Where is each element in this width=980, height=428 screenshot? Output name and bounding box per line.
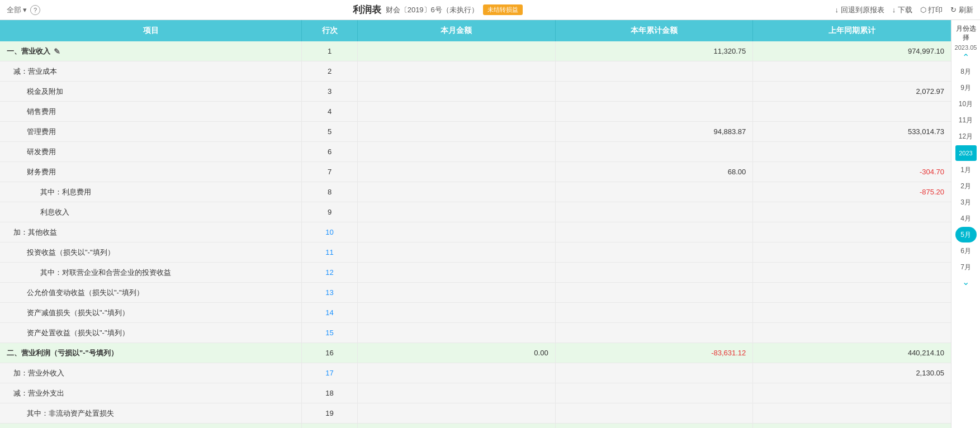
last-year-val: -875.20 [753,182,951,202]
month-item[interactable]: 1月 [955,162,977,178]
month-item[interactable]: 11月 [955,112,977,128]
back-button[interactable]: ↓ 回退到原报表 [835,5,884,15]
row-name: 研发费用 [0,142,302,161]
current-year-val [556,323,754,343]
top-bar-right: ↓ 回退到原报表 ↓ 下载 ⬡ 打印 ↻ 刷新 [835,5,974,15]
month-item[interactable]: 10月 [955,96,977,112]
month-item[interactable]: 2023 [955,145,977,161]
current-month-val [358,122,556,141]
current-month-val [358,283,556,302]
row-name: 公允价值变动收益（损失以"-"填列） [0,283,302,302]
month-item[interactable]: 12月 [955,129,977,144]
row-name: 销售费用 [0,102,302,121]
row-num: 13 [302,283,358,302]
current-month-val [358,242,556,262]
current-year-val [556,102,754,121]
col-header-name: 项目 [0,20,302,41]
current-year-val [556,61,754,81]
table-row: 财务费用768.00-304.70 [0,162,951,182]
row-num: 1 [302,41,358,61]
edit-icon[interactable]: ✎ [54,47,60,56]
row-name: 加：营业外收入 [0,363,302,383]
table-body: 一、营业收入✎111,320.75974,997.10减：营业成本2税金及附加3… [0,41,951,428]
table-row: 资产处置收益（损失以"-"填列）15 [0,323,951,343]
last-year-val: 2,130.05 [753,363,951,383]
current-month-val [358,182,556,202]
current-month-val [358,303,556,322]
row-num: 2 [302,61,358,81]
sidebar-months: 月份选择 2023.05 ⌃ 8月9月10月11月12月20231月2月3月4月… [951,20,980,428]
month-item[interactable]: 8月 [955,64,977,79]
sidebar-year: 2023.05 [955,44,977,51]
content-area: 项目 行次 本月金额 本年累计金额 上年同期累计 一、营业收入✎111,320.… [0,20,951,428]
month-item[interactable]: 7月 [955,259,977,275]
last-year-val [753,403,951,423]
print-button[interactable]: ⬡ 打印 [920,5,943,15]
current-month-val [358,61,556,81]
top-bar: 全部 ▾ ? 利润表 财会〔2019〕6号（未执行） 未结转损益 ↓ 回退到原报… [0,0,980,20]
last-year-val: 533,014.73 [753,122,951,141]
current-year-val [556,142,754,161]
row-num: 15 [302,323,358,343]
table-row: 税金及附加32,072.97 [0,82,951,102]
row-num: 14 [302,303,358,322]
row-name: 加：其他收益 [0,222,302,242]
refresh-button[interactable]: ↻ 刷新 [950,5,973,15]
col-header-current-month: 本月金额 [358,20,556,41]
current-month-val [358,102,556,121]
current-month-val [358,162,556,182]
row-name: 其中：非流动资产处置损失 [0,403,302,423]
col-header-current-year: 本年累计金额 [556,20,754,41]
top-bar-center: 利润表 财会〔2019〕6号（未执行） 未结转损益 [40,3,835,16]
last-year-val [753,102,951,121]
table-row: 一、营业收入✎111,320.75974,997.10 [0,41,951,61]
row-name: 其中：利息费用 [0,182,302,202]
table-row: 研发费用6 [0,142,951,162]
current-year-val: 68.00 [556,162,754,182]
scroll-up-button[interactable]: ⌃ [955,51,977,63]
month-item[interactable]: 2月 [955,178,977,194]
last-year-val [753,142,951,161]
table-row: 投资收益（损失以"-"填列）11 [0,242,951,263]
scroll-down-button[interactable]: ⌄ [955,275,977,288]
row-name: 财务费用 [0,162,302,182]
row-name: 减：营业外支出 [0,383,302,403]
month-item-active[interactable]: 5月 [955,227,977,242]
month-item[interactable]: 3月 [955,194,977,210]
download-button[interactable]: ↓ 下载 [892,5,912,15]
current-year-val [556,383,754,403]
last-year-val: 974,997.10 [753,41,951,61]
table-row: 利息收入9 [0,202,951,222]
current-year-val [556,263,754,282]
row-name: 二、营业利润（亏损以"-"号填列） [0,343,302,363]
current-month-val: 0.00 [358,343,556,363]
last-year-val [753,242,951,262]
last-year-val: -304.70 [753,162,951,182]
row-num: 17 [302,363,358,383]
row-num: 3 [302,82,358,101]
row-name: 其中：对联营企业和合营企业的投资收益 [0,263,302,282]
current-month-val [358,202,556,222]
current-month-val [358,363,556,383]
current-year-val [556,403,754,423]
last-year-val: 440,214.10 [753,343,951,363]
help-icon[interactable]: ? [30,5,40,15]
month-item[interactable]: 4月 [955,211,977,226]
all-dropdown[interactable]: 全部 ▾ [7,5,27,15]
table-row: 加：营业外收入172,130.05 [0,363,951,383]
row-name: 三、利润总额（亏损总额以"-"号填列） [0,424,302,428]
table-header: 项目 行次 本月金额 本年累计金额 上年同期累计 [0,20,951,41]
row-num: 20 [302,424,358,428]
last-year-val [753,202,951,222]
current-year-val [556,182,754,202]
current-month-val [358,403,556,423]
row-name: 资产减值损失（损失以"-"填列） [0,303,302,322]
current-year-val [556,222,754,242]
current-year-val: -83,631.12 [556,424,754,428]
month-item[interactable]: 9月 [955,80,977,96]
row-num: 6 [302,142,358,161]
row-name: 资产处置收益（损失以"-"填列） [0,323,302,343]
sidebar-title: 月份选择 [951,22,980,44]
table-row: 二、营业利润（亏损以"-"号填列）160.00-83,631.12440,214… [0,343,951,363]
month-item[interactable]: 6月 [955,243,977,259]
